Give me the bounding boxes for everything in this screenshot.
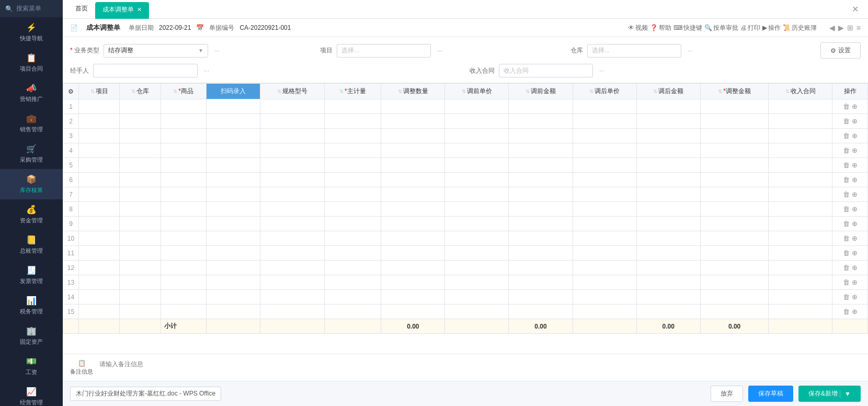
row-1-spec[interactable]	[260, 99, 324, 114]
row-1-copy-icon[interactable]: ⊕	[852, 103, 858, 110]
row-9-income-contract[interactable]	[769, 217, 832, 231]
col-scan[interactable]: 扫码录入	[206, 84, 260, 99]
row-2-income-contract[interactable]	[769, 114, 832, 129]
row-13-adjust-amount[interactable]	[700, 275, 769, 290]
row-12-warehouse[interactable]	[120, 261, 161, 275]
row-4-after-amount[interactable]	[636, 143, 700, 158]
row-8-adjust-qty[interactable]	[381, 202, 445, 217]
income-contract-input[interactable]: 收入合同	[499, 64, 593, 77]
row-14-spec[interactable]	[260, 290, 324, 304]
row-5-income-contract[interactable]	[769, 158, 832, 173]
header-action-view[interactable]: 👁视频	[628, 24, 648, 32]
row-6-unit[interactable]	[324, 173, 381, 187]
row-3-after-price[interactable]	[573, 129, 636, 143]
sidebar-item-inventory[interactable]: 📦 库存核算	[0, 169, 63, 199]
sidebar-item-project-contract[interactable]: 📋 项目合同	[0, 48, 63, 78]
row-8-adjust-amount[interactable]	[700, 202, 769, 217]
row-5-spec[interactable]	[260, 158, 324, 173]
row-10-before-amount[interactable]	[509, 231, 573, 246]
row-13-after-price[interactable]	[573, 275, 636, 290]
row-9-scan[interactable]	[206, 217, 260, 231]
discard-button[interactable]: 放弃	[711, 386, 743, 402]
row-15-product[interactable]	[161, 304, 206, 319]
row-3-spec[interactable]	[260, 129, 324, 143]
row-6-scan[interactable]	[206, 173, 260, 187]
row-9-before-price[interactable]	[445, 217, 509, 231]
row-14-before-amount[interactable]	[509, 290, 573, 304]
row-10-adjust-amount[interactable]	[700, 231, 769, 246]
row-9-after-price[interactable]	[573, 217, 636, 231]
row-3-adjust-qty[interactable]	[381, 129, 445, 143]
row-6-delete-icon[interactable]: 🗑	[843, 176, 850, 184]
row-1-after-amount[interactable]	[636, 99, 700, 114]
row-2-warehouse[interactable]	[120, 114, 161, 129]
row-1-warehouse[interactable]	[120, 99, 161, 114]
row-4-adjust-amount[interactable]	[700, 143, 769, 158]
save-new-button[interactable]: 保存&新增 ▼	[798, 386, 861, 402]
row-5-adjust-qty[interactable]	[381, 158, 445, 173]
taskbar-item[interactable]: 木门行业好业财处理方案-墓红红.doc - WPS Office	[70, 387, 221, 401]
sidebar-item-sales-mgmt[interactable]: 💼 销售管理	[0, 108, 63, 139]
row-6-warehouse[interactable]	[120, 173, 161, 187]
row-13-project[interactable]	[79, 275, 120, 290]
row-5-warehouse[interactable]	[120, 158, 161, 173]
row-11-copy-icon[interactable]: ⊕	[852, 249, 858, 257]
row-5-project[interactable]	[79, 158, 120, 173]
row-8-spec[interactable]	[260, 202, 324, 217]
header-action-print[interactable]: 🖨打印	[740, 24, 760, 32]
row-13-spec[interactable]	[260, 275, 324, 290]
row-15-before-amount[interactable]	[509, 304, 573, 319]
row-15-spec[interactable]	[260, 304, 324, 319]
row-13-warehouse[interactable]	[120, 275, 161, 290]
row-14-product[interactable]	[161, 290, 206, 304]
sidebar-item-purchase-mgmt[interactable]: 🛒 采购管理	[0, 139, 63, 169]
row-1-after-price[interactable]	[573, 99, 636, 114]
sidebar-search[interactable]: 🔍 搜索菜单	[0, 0, 63, 17]
row-2-before-price[interactable]	[445, 114, 509, 129]
row-13-after-amount[interactable]	[636, 275, 700, 290]
row-2-scan[interactable]	[206, 114, 260, 129]
row-9-copy-icon[interactable]: ⊕	[852, 220, 858, 228]
row-13-copy-icon[interactable]: ⊕	[852, 278, 858, 286]
row-5-product[interactable]	[161, 158, 206, 173]
col-settings[interactable]: ⚙	[63, 84, 79, 99]
row-10-copy-icon[interactable]: ⊕	[852, 234, 858, 242]
row-12-after-price[interactable]	[573, 261, 636, 275]
row-11-warehouse[interactable]	[120, 246, 161, 261]
row-3-scan[interactable]	[206, 129, 260, 143]
row-13-income-contract[interactable]	[769, 275, 832, 290]
row-11-spec[interactable]	[260, 246, 324, 261]
remarks-input[interactable]	[99, 359, 861, 368]
sidebar-item-capital-mgmt[interactable]: 💰 资金管理	[0, 199, 63, 230]
row-10-unit[interactable]	[324, 231, 381, 246]
sidebar-item-fixed-assets[interactable]: 🏢 固定资产	[0, 321, 63, 351]
row-6-product[interactable]	[161, 173, 206, 187]
row-9-after-amount[interactable]	[636, 217, 700, 231]
row-9-product[interactable]	[161, 217, 206, 231]
row-12-adjust-qty[interactable]	[381, 261, 445, 275]
row-2-adjust-qty[interactable]	[381, 114, 445, 129]
row-2-adjust-amount[interactable]	[700, 114, 769, 129]
row-1-income-contract[interactable]	[769, 99, 832, 114]
row-11-adjust-amount[interactable]	[700, 246, 769, 261]
row-5-scan[interactable]	[206, 158, 260, 173]
row-8-before-price[interactable]	[445, 202, 509, 217]
row-4-before-amount[interactable]	[509, 143, 573, 158]
row-7-spec[interactable]	[260, 187, 324, 202]
row-6-before-amount[interactable]	[509, 173, 573, 187]
row-14-adjust-amount[interactable]	[700, 290, 769, 304]
row-14-copy-icon[interactable]: ⊕	[852, 293, 858, 301]
row-7-delete-icon[interactable]: 🗑	[843, 190, 850, 198]
row-10-scan[interactable]	[206, 231, 260, 246]
row-4-product[interactable]	[161, 143, 206, 158]
row-8-project[interactable]	[79, 202, 120, 217]
header-action-help[interactable]: ❓帮助	[650, 24, 671, 32]
row-1-project[interactable]	[79, 99, 120, 114]
row-4-delete-icon[interactable]: 🗑	[843, 146, 850, 154]
row-5-before-price[interactable]	[445, 158, 509, 173]
row-12-copy-icon[interactable]: ⊕	[852, 264, 858, 272]
row-15-project[interactable]	[79, 304, 120, 319]
row-14-unit[interactable]	[324, 290, 381, 304]
row-1-before-price[interactable]	[445, 99, 509, 114]
row-6-project[interactable]	[79, 173, 120, 187]
